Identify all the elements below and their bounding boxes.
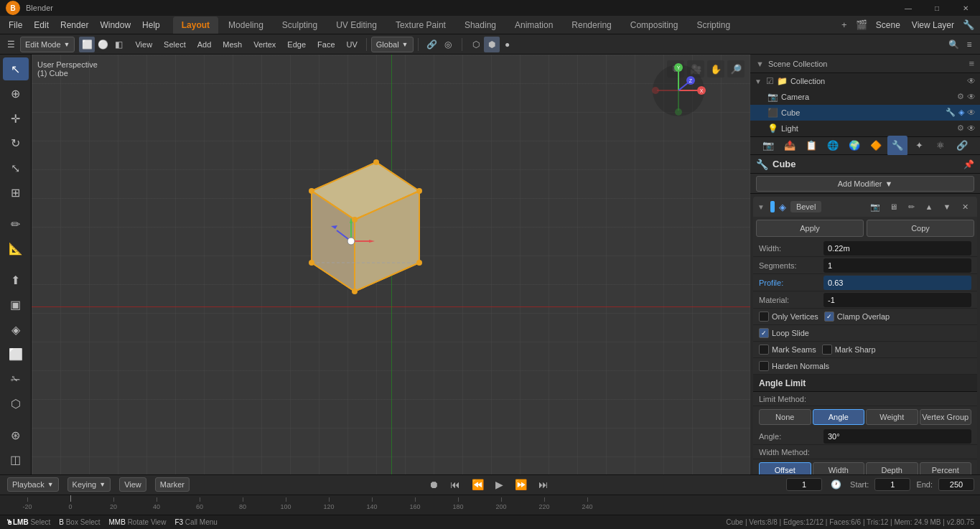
engine-icon[interactable]: 🔧: [960, 17, 977, 33]
harden-normals-checkbox[interactable]: Harden Normals: [759, 361, 829, 371]
camera-visibility[interactable]: 👁: [967, 92, 976, 102]
edge-btn[interactable]: Edge: [281, 36, 312, 53]
extrude-tool[interactable]: ⬆: [3, 268, 29, 291]
limit-none-btn[interactable]: None: [759, 409, 811, 425]
width-offset-btn[interactable]: Offset: [759, 462, 811, 474]
menu-help[interactable]: Help: [136, 17, 166, 33]
modifier-camera-btn[interactable]: 📷: [867, 200, 883, 214]
polycut-tool[interactable]: ⬡: [3, 392, 29, 415]
shrink-fatten-tool[interactable]: ⊛: [3, 423, 29, 446]
tab-modeling[interactable]: Modeling: [220, 17, 272, 34]
square-icon[interactable]: ◧: [111, 37, 126, 52]
props-object-icon[interactable]: 🔶: [866, 136, 886, 156]
add-modifier-button[interactable]: Add Modifier ▼: [756, 176, 974, 192]
add-btn[interactable]: Add: [192, 36, 218, 53]
modifier-delete-btn[interactable]: ✕: [957, 200, 973, 214]
move-tool[interactable]: ✛: [3, 107, 29, 130]
record-btn[interactable]: ⏺: [426, 477, 442, 492]
menu-file[interactable]: File: [3, 17, 28, 33]
tab-animation[interactable]: Animation: [506, 17, 561, 34]
cube-visibility[interactable]: 👁: [967, 108, 976, 118]
search-icon[interactable]: 🔍: [946, 37, 961, 52]
circle-icon[interactable]: ⚪: [95, 37, 111, 52]
clamp-overlap-checkbox[interactable]: Clamp Overlap: [824, 312, 890, 322]
shear-tool[interactable]: ◫: [3, 448, 29, 471]
transform-tool[interactable]: ⊞: [3, 181, 29, 204]
mark-sharp-checkbox[interactable]: Mark Sharp: [822, 345, 876, 355]
modifier-expand-arrow[interactable]: ▼: [757, 203, 765, 211]
props-physics-icon[interactable]: ⚛: [930, 136, 951, 156]
loop-slide-checkbox[interactable]: Loop Slide: [759, 328, 809, 338]
bevel-tool[interactable]: ◈: [3, 318, 29, 341]
limit-angle-btn[interactable]: Angle: [813, 409, 865, 425]
outliner-item-cube[interactable]: ⬛ Cube 🔧 ◈ 👁: [750, 105, 980, 121]
props-scene-icon[interactable]: 🌐: [823, 136, 843, 156]
view-dropdown[interactable]: View: [119, 477, 146, 492]
width-depth-btn[interactable]: Depth: [866, 462, 918, 474]
props-view-layer-icon[interactable]: 📋: [801, 136, 821, 156]
proportional-icon[interactable]: ◎: [440, 37, 456, 52]
collection-visibility[interactable]: 👁: [967, 76, 976, 86]
props-pin-icon[interactable]: 📌: [963, 159, 974, 169]
width-percent-btn[interactable]: Percent: [920, 462, 972, 474]
outliner-item-collection[interactable]: ▼ ☑ 📁 Collection 👁: [750, 73, 980, 89]
filter-icon-collection[interactable]: ≡: [969, 58, 974, 69]
viewport[interactable]: User Perspective (1) Cube ⧉ 🎥 ✋ 🔎 X Y: [32, 55, 750, 474]
copy-button[interactable]: Copy: [867, 220, 974, 237]
viewport-zoom-btn[interactable]: 🔎: [727, 60, 745, 78]
material-value[interactable]: -1: [823, 293, 971, 307]
tab-shading[interactable]: Shading: [456, 17, 505, 34]
toggle-sidebar-icon[interactable]: ☰: [3, 37, 19, 52]
skip-end-btn[interactable]: ⏭: [536, 477, 551, 492]
only-vertices-checkbox[interactable]: Only Vertices: [759, 312, 818, 322]
angle-value[interactable]: 30°: [823, 429, 971, 444]
limit-vertex-group-btn[interactable]: Vertex Group: [920, 409, 972, 425]
modifier-render-btn[interactable]: 🖥: [885, 200, 901, 214]
props-data-icon[interactable]: △: [974, 136, 980, 156]
close-button[interactable]: ✕: [951, 0, 980, 16]
view-layer[interactable]: View Layer: [906, 17, 960, 33]
face-btn[interactable]: Face: [312, 36, 340, 53]
marker-dropdown[interactable]: Marker: [155, 477, 190, 492]
timeline-track[interactable]: -20 0 20 40 60 80 100 120 140 160 180 20…: [0, 495, 980, 515]
keying-dropdown[interactable]: Keying ▼: [67, 477, 111, 492]
playback-dropdown[interactable]: Playback ▼: [7, 477, 59, 492]
select-btn[interactable]: Select: [158, 36, 192, 53]
current-frame[interactable]: 1: [786, 478, 822, 491]
view-btn[interactable]: View: [129, 36, 158, 53]
modifier-up-btn[interactable]: ▲: [921, 200, 937, 214]
tab-scripting[interactable]: Scripting: [688, 17, 739, 34]
menu-edit[interactable]: Edit: [28, 17, 55, 33]
mark-seams-checkbox[interactable]: Mark Seams: [759, 345, 816, 355]
modifier-edit-btn[interactable]: ✏: [903, 200, 919, 214]
width-width-btn[interactable]: Width: [813, 462, 865, 474]
viewport-pan-btn[interactable]: ✋: [707, 60, 724, 78]
play-btn[interactable]: ▶: [493, 477, 506, 492]
global-dropdown[interactable]: Global ▼: [371, 37, 414, 52]
step-fwd-btn[interactable]: ⏩: [512, 477, 530, 492]
maximize-button[interactable]: □: [923, 0, 951, 16]
width-value[interactable]: 0.22m: [823, 241, 971, 256]
scene-selector[interactable]: 🎬: [853, 17, 870, 33]
snap-magnet-icon[interactable]: 🔗: [424, 37, 440, 52]
skip-start-btn[interactable]: ⏮: [447, 477, 463, 492]
add-workspace-icon[interactable]: +: [836, 17, 853, 33]
inset-tool[interactable]: ▣: [3, 294, 29, 317]
props-constraints-icon[interactable]: 🔗: [952, 136, 972, 156]
solid-icon[interactable]: ⬢: [484, 37, 500, 52]
tab-uv-editing[interactable]: UV Editing: [327, 17, 386, 34]
loop-cut-tool[interactable]: ⬜: [3, 342, 29, 365]
vertex-btn[interactable]: Vertex: [248, 36, 281, 53]
props-world-icon[interactable]: 🌍: [844, 136, 864, 156]
uv-btn[interactable]: UV: [341, 36, 363, 53]
segments-value[interactable]: 1: [823, 258, 971, 273]
props-particle-icon[interactable]: ✦: [909, 136, 929, 156]
props-render-icon[interactable]: 📷: [758, 136, 778, 156]
tab-sculpting[interactable]: Sculpting: [274, 17, 326, 34]
minimize-button[interactable]: —: [894, 0, 923, 16]
mesh-btn[interactable]: Mesh: [217, 36, 248, 53]
scene-collection-collapse[interactable]: ▼: [756, 60, 764, 68]
profile-value[interactable]: 0.63: [823, 276, 971, 290]
select-tool[interactable]: ↖: [3, 57, 29, 80]
rotate-tool[interactable]: ↻: [3, 131, 29, 154]
